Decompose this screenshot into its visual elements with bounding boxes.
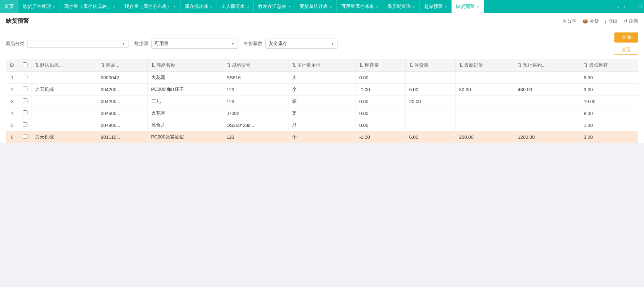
- table-row: 6 力天机械 801110... PC200张紧油缸 123 个 -1.00 6…: [6, 131, 638, 143]
- row-number: 6: [6, 131, 19, 143]
- close-icon[interactable]: ×: [376, 5, 378, 9]
- close-icon[interactable]: ×: [413, 5, 415, 9]
- table-header-row: ⚙ ⇅ 默认供应... ⇅ 商品... ⇅ 商品名称: [6, 59, 638, 72]
- close-icon[interactable]: ×: [445, 5, 447, 9]
- goods-name-cell: 三九: [147, 96, 223, 107]
- tab-keyong-ledger[interactable]: 可用量库存账本 ×: [337, 0, 383, 13]
- min-stock-cell: 3.00: [580, 131, 638, 143]
- replenish-qty-cell: 6.00: [405, 84, 455, 96]
- tab-chaocun-warn[interactable]: 超储预警 ×: [420, 0, 452, 13]
- row-checkbox-cell[interactable]: [19, 131, 31, 143]
- tab-shoufasun[interactable]: 收发存汇总表 ×: [254, 0, 295, 13]
- latest-price-cell: [455, 72, 514, 84]
- row-checkbox[interactable]: [23, 87, 27, 91]
- replenish-base-label: 补货基数: [244, 40, 262, 47]
- tab-kucun-batch[interactable]: 库存批次账 ×: [180, 0, 217, 13]
- close-icon[interactable]: ×: [330, 5, 332, 9]
- replenish-qty-cell: 20.00: [405, 96, 455, 107]
- close-icon[interactable]: ×: [53, 5, 55, 9]
- est-purchase-cell: [514, 119, 580, 131]
- tab-lianghuo[interactable]: 炼货异常处理 ×: [18, 0, 60, 13]
- tab-home[interactable]: 首页: [0, 0, 18, 13]
- replenish-qty-cell: 6.00: [405, 131, 455, 143]
- row-checkbox[interactable]: [23, 75, 27, 79]
- spec-cell: J7092: [223, 107, 288, 119]
- latest-price-cell: 80.00: [455, 84, 514, 96]
- category-select[interactable]: ▼: [27, 40, 129, 48]
- row-number: 4: [6, 107, 19, 119]
- close-icon[interactable]: ×: [247, 5, 249, 9]
- unit-cell: 只: [288, 119, 356, 131]
- unit-cell: 箱: [288, 96, 356, 107]
- tab-next-button[interactable]: ›: [621, 0, 627, 13]
- stock-cell: -1.00: [356, 84, 405, 96]
- settings-button[interactable]: 设置: [614, 45, 638, 55]
- sort-icon: ⇅: [101, 62, 105, 68]
- goods-name-cell: PC200张紧油缸: [147, 131, 223, 143]
- close-icon[interactable]: ×: [288, 5, 291, 9]
- default-supplier-header: ⇅ 默认供应...: [31, 59, 97, 72]
- replenish-button[interactable]: 📦 补货: [582, 18, 599, 25]
- replenish-icon: 📦: [582, 18, 588, 24]
- replenish-base-select-value: 安全库存: [269, 40, 287, 47]
- close-icon[interactable]: ×: [210, 5, 213, 9]
- tab-baoquan-query[interactable]: 保质期查询 ×: [383, 0, 420, 13]
- latest-price-cell: 200.00: [455, 131, 514, 143]
- tab-xianzun-status[interactable]: 现存量（库存状况表） ×: [60, 0, 120, 13]
- goods-name-cell: 离合片: [147, 119, 223, 131]
- datasource-select[interactable]: 可用量 ▼: [151, 39, 238, 49]
- unit-cell: 支: [288, 72, 356, 84]
- tab-prev-button[interactable]: ‹: [615, 0, 621, 13]
- replenish-qty-header: ⇅ 补货量: [405, 59, 455, 72]
- goods-name-cell: PC200油缸庄子: [147, 84, 223, 96]
- row-checkbox-cell[interactable]: [19, 119, 31, 131]
- est-purchase-cell: 1200.00: [514, 131, 580, 143]
- row-checkbox[interactable]: [23, 134, 27, 139]
- sort-icon: ⇅: [35, 62, 39, 68]
- goods-name-cell: 火花塞: [147, 72, 223, 84]
- stock-header: ⇅ 库存量: [356, 59, 405, 72]
- close-icon[interactable]: ×: [113, 5, 116, 9]
- goods-code-header: ⇅ 商品...: [97, 59, 147, 72]
- unit-cell: 个: [288, 84, 356, 96]
- export-button[interactable]: ↓ 导出: [605, 18, 618, 25]
- row-checkbox[interactable]: [23, 98, 27, 103]
- row-checkbox-cell[interactable]: [19, 96, 31, 107]
- row-checkbox-cell[interactable]: [19, 84, 31, 96]
- goods-code-cell: 004200...: [97, 84, 147, 96]
- select-all-checkbox[interactable]: [23, 62, 27, 67]
- min-stock-cell: 1.00: [580, 119, 638, 131]
- close-icon[interactable]: ×: [174, 5, 176, 9]
- share-button[interactable]: ⎘ 分享: [563, 18, 576, 25]
- row-checkbox[interactable]: [23, 110, 27, 115]
- datasource-select-value: 可用量: [155, 40, 169, 47]
- tab-inout-flow[interactable]: 出入库流水 ×: [217, 0, 254, 13]
- replenish-qty-cell: [405, 119, 455, 131]
- category-filter-group: 商品分类 ▼: [6, 40, 129, 48]
- replenish-base-filter-group: 补货基数 安全库存 ▼: [244, 39, 338, 49]
- gear-button[interactable]: ⚙: [9, 62, 14, 69]
- spec-cell: SS816: [223, 72, 288, 84]
- replenish-base-select[interactable]: 安全库存 ▼: [265, 39, 338, 49]
- row-checkbox-cell[interactable]: [19, 72, 31, 84]
- row-number: 3: [6, 96, 19, 107]
- row-checkbox-cell[interactable]: [19, 107, 31, 119]
- window-max-button[interactable]: □: [637, 0, 644, 13]
- page-container: 缺货预警 ⎘ 分享 📦 补货 ↓ 导出 ↺ 刷新 商品分类: [0, 13, 644, 143]
- spec-cell: DS250*23c...: [223, 119, 288, 131]
- close-icon[interactable]: ×: [477, 5, 479, 9]
- checkbox-column-header: [19, 59, 31, 72]
- spec-header: ⇅ 规格型号: [223, 59, 288, 72]
- query-button[interactable]: 查询: [614, 32, 638, 43]
- window-min-button[interactable]: —: [627, 0, 637, 13]
- goods-name-header: ⇅ 商品名称: [147, 59, 223, 72]
- tab-quehuo-warn[interactable]: 缺货预警 ×: [452, 0, 484, 13]
- tab-yaohuo-stat[interactable]: 要货单统计表 ×: [295, 0, 337, 13]
- row-checkbox[interactable]: [23, 122, 27, 127]
- unit-cell: 个: [288, 131, 356, 143]
- category-label: 商品分类: [6, 40, 25, 47]
- refresh-button[interactable]: ↺ 刷新: [623, 18, 638, 25]
- sort-icon: ⇅: [584, 62, 588, 68]
- tab-xianzun-dist[interactable]: 现存量（库存分布表） ×: [120, 0, 180, 13]
- stock-cell: 0.00: [356, 96, 405, 107]
